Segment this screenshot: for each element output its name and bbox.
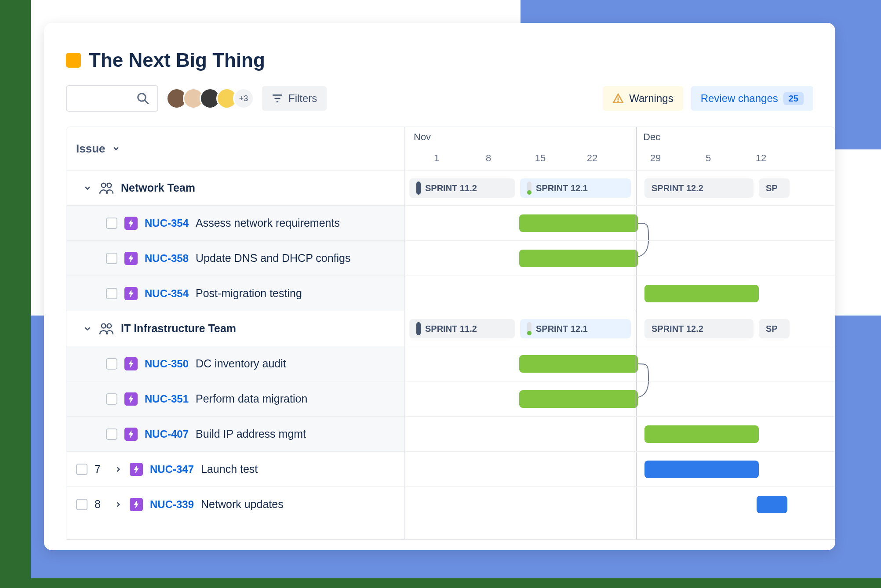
search-icon	[136, 92, 149, 105]
avatar-more[interactable]: +3	[233, 88, 254, 109]
timeline-bar[interactable]	[519, 390, 638, 408]
timeline-bar[interactable]	[644, 285, 759, 302]
issue-column-header[interactable]: Issue	[66, 127, 404, 170]
issue-row[interactable]: 8NUC-339Network updates	[66, 486, 404, 522]
issue-key[interactable]: NUC-351	[145, 393, 189, 405]
issue-key[interactable]: NUC-347	[150, 463, 194, 475]
timeline-bar[interactable]	[519, 250, 638, 267]
warnings-button[interactable]: Warnings	[603, 86, 683, 111]
team-group-row[interactable]: IT Infrastructure Team	[66, 311, 404, 346]
timeline-bar[interactable]	[519, 355, 638, 373]
sprint-chip[interactable]: SPRINT 12.1	[520, 178, 631, 198]
project-title: The Next Big Thing	[89, 49, 265, 71]
sprint-lane: SPRINT 11.2SPRINT 12.1SPRINT 12.2SP	[405, 170, 835, 205]
timeline-lane	[405, 486, 835, 522]
checkbox[interactable]	[106, 358, 117, 370]
issue-row[interactable]: NUC-354Assess network requirements	[66, 205, 404, 240]
timeline-bar[interactable]	[644, 425, 759, 443]
chevron-right-icon	[114, 465, 123, 474]
svg-point-8	[107, 183, 112, 187]
epic-icon	[124, 252, 138, 265]
day-tick: 12	[756, 152, 766, 164]
sprint-label: SPRINT 12.2	[652, 324, 703, 334]
chevron-down-icon	[83, 184, 92, 192]
timeline-board: Issue Network TeamNUC-354Assess network …	[66, 127, 835, 540]
issue-summary: Update DNS and DHCP configs	[196, 252, 351, 265]
project-icon	[66, 53, 81, 68]
epic-icon	[124, 217, 138, 230]
svg-point-10	[107, 323, 112, 328]
checkbox[interactable]	[106, 218, 117, 229]
timeline-bar[interactable]	[644, 461, 759, 478]
issue-summary: DC inventory audit	[196, 357, 286, 370]
sprint-label: SPRINT 11.2	[425, 324, 477, 334]
warnings-label: Warnings	[629, 92, 673, 105]
issue-row[interactable]: NUC-351Perform data migration	[66, 381, 404, 416]
issue-key[interactable]: NUC-350	[145, 358, 189, 370]
day-tick: 1	[434, 152, 439, 164]
timeline-bar[interactable]	[519, 214, 638, 232]
issue-key[interactable]: NUC-339	[150, 498, 194, 511]
checkbox[interactable]	[106, 393, 117, 405]
svg-line-1	[145, 100, 149, 104]
sprint-chip[interactable]: SP	[759, 178, 790, 198]
checkbox[interactable]	[76, 499, 87, 510]
project-header: The Next Big Thing	[44, 23, 835, 80]
timeline-bar[interactable]	[757, 496, 787, 513]
issue-key[interactable]: NUC-354	[145, 287, 189, 300]
timeline-panel[interactable]: NovDec 18152229512 SPRINT 11.2SPRINT 12.…	[405, 127, 835, 539]
chevron-down-icon	[112, 144, 120, 153]
issue-row[interactable]: 7NUC-347Launch test	[66, 451, 404, 486]
month-label: Dec	[643, 131, 660, 143]
issue-key[interactable]: NUC-354	[145, 217, 189, 229]
day-tick: 8	[486, 152, 491, 164]
issue-row[interactable]: NUC-354Post-migration testing	[66, 276, 404, 311]
team-group-row[interactable]: Network Team	[66, 170, 404, 205]
issue-summary: Network updates	[201, 498, 284, 511]
review-label: Review changes	[701, 92, 778, 105]
issue-row[interactable]: NUC-350DC inventory audit	[66, 346, 404, 381]
sprint-chip[interactable]: SPRINT 11.2	[409, 178, 515, 198]
toolbar: +3 Filters Warnings Review changes 25	[44, 80, 835, 127]
team-name: IT Infrastructure Team	[121, 322, 236, 335]
svg-point-0	[138, 94, 146, 102]
issue-summary: Launch test	[201, 463, 258, 475]
checkbox[interactable]	[76, 464, 87, 475]
search-input[interactable]	[66, 85, 158, 112]
sprint-chip[interactable]: SP	[759, 319, 790, 338]
team-name: Network Team	[121, 181, 195, 194]
issue-row[interactable]: NUC-358Update DNS and DHCP configs	[66, 240, 404, 276]
checkbox[interactable]	[106, 288, 117, 299]
day-tick: 15	[535, 152, 546, 164]
sprint-chip[interactable]: SPRINT 11.2	[409, 319, 515, 338]
sprint-label: SPRINT 11.2	[425, 183, 477, 193]
issue-summary: Build IP address mgmt	[196, 428, 306, 440]
sprint-chip[interactable]: SPRINT 12.2	[644, 178, 754, 198]
day-tick: 22	[587, 152, 597, 164]
issue-key[interactable]: NUC-407	[145, 428, 189, 440]
issue-row[interactable]: NUC-407Build IP address mgmt	[66, 416, 404, 451]
sprint-label: SPRINT 12.1	[536, 183, 588, 193]
row-number: 8	[95, 498, 107, 511]
chevron-right-icon	[114, 500, 123, 509]
bg-shape	[0, 0, 31, 588]
sprint-chip[interactable]: SPRINT 12.2	[644, 319, 754, 338]
timeline-lane	[405, 276, 835, 311]
epic-icon	[124, 392, 138, 406]
sprint-label: SP	[766, 183, 778, 193]
timeline-lane	[405, 205, 835, 240]
sprint-chip[interactable]: SPRINT 12.1	[520, 319, 631, 338]
sprint-label: SP	[766, 324, 778, 334]
review-changes-button[interactable]: Review changes 25	[691, 86, 813, 111]
filters-button[interactable]: Filters	[262, 86, 327, 111]
day-tick: 5	[706, 152, 711, 164]
row-number: 7	[95, 463, 107, 475]
epic-icon	[130, 463, 143, 476]
bg-shape	[0, 578, 881, 588]
issue-summary: Post-migration testing	[196, 287, 302, 300]
checkbox[interactable]	[106, 428, 117, 440]
sprint-lane: SPRINT 11.2SPRINT 12.1SPRINT 12.2SP	[405, 311, 835, 346]
issue-key[interactable]: NUC-358	[145, 252, 189, 265]
avatar-stack[interactable]: +3	[166, 88, 254, 109]
checkbox[interactable]	[106, 253, 117, 264]
